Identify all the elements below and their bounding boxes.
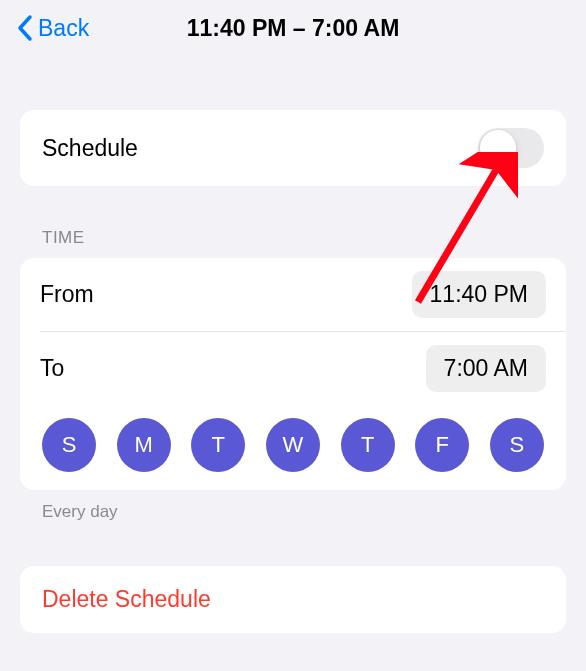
schedule-toggle[interactable] — [478, 128, 544, 168]
delete-schedule-button[interactable]: Delete Schedule — [20, 566, 566, 633]
back-label: Back — [38, 15, 89, 42]
from-label: From — [40, 281, 94, 308]
day-thursday[interactable]: T — [341, 418, 395, 472]
to-label: To — [40, 355, 64, 382]
time-section-header: TIME — [42, 228, 544, 248]
back-button[interactable]: Back — [16, 14, 89, 42]
schedule-row: Schedule — [20, 110, 566, 186]
day-sunday[interactable]: S — [42, 418, 96, 472]
from-time-picker[interactable]: 11:40 PM — [412, 271, 546, 318]
day-tuesday[interactable]: T — [191, 418, 245, 472]
day-friday[interactable]: F — [415, 418, 469, 472]
day-monday[interactable]: M — [117, 418, 171, 472]
schedule-label: Schedule — [42, 135, 138, 162]
page-title: 11:40 PM – 7:00 AM — [187, 15, 400, 42]
schedule-section: Schedule — [20, 110, 566, 186]
days-caption: Every day — [42, 502, 544, 522]
toggle-knob — [480, 130, 516, 166]
time-from-row: From 11:40 PM — [20, 258, 566, 331]
day-saturday[interactable]: S — [490, 418, 544, 472]
navbar: Back 11:40 PM – 7:00 AM — [0, 0, 586, 60]
time-to-row: To 7:00 AM — [20, 332, 566, 405]
to-time-picker[interactable]: 7:00 AM — [426, 345, 546, 392]
days-row: S M T W T F S — [20, 405, 566, 490]
delete-section: Delete Schedule — [20, 566, 566, 633]
chevron-left-icon — [16, 14, 34, 42]
day-wednesday[interactable]: W — [266, 418, 320, 472]
time-section: From 11:40 PM To 7:00 AM S M T W T F S — [20, 258, 566, 490]
